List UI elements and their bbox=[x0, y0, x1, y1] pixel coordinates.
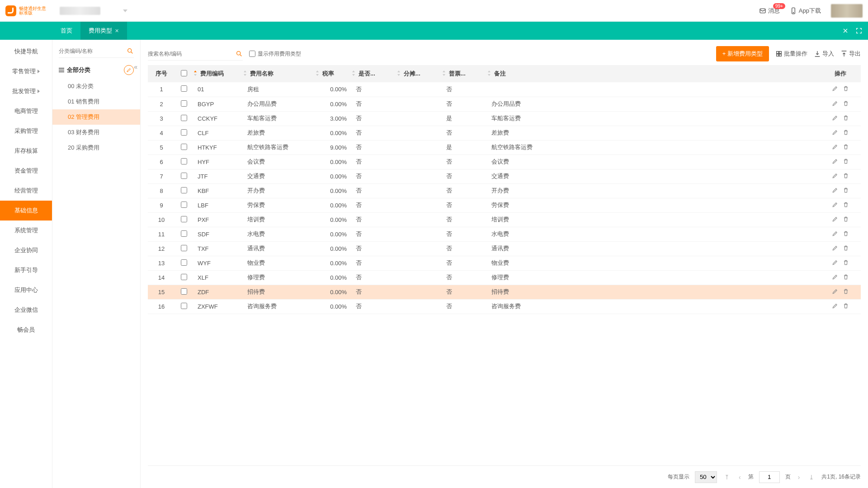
delete-row-button[interactable] bbox=[843, 216, 849, 224]
table-row[interactable]: 11SDF水电费0.00%否否水电费 bbox=[148, 227, 861, 241]
category-item[interactable]: 20 采购费用 bbox=[52, 140, 140, 155]
row-checkbox[interactable] bbox=[181, 216, 187, 222]
company-selector[interactable] bbox=[60, 7, 127, 15]
row-checkbox[interactable] bbox=[181, 187, 187, 193]
last-page-button[interactable]: ⤓ bbox=[807, 474, 816, 481]
close-all-icon[interactable] bbox=[842, 27, 849, 34]
show-disabled-input[interactable] bbox=[249, 51, 255, 57]
delete-row-button[interactable] bbox=[843, 85, 849, 93]
row-checkbox[interactable] bbox=[181, 144, 187, 150]
edit-row-button[interactable] bbox=[832, 85, 838, 93]
sidemenu-item[interactable]: 新手引导 bbox=[0, 260, 52, 280]
edit-row-button[interactable] bbox=[832, 288, 838, 296]
delete-row-button[interactable] bbox=[843, 288, 849, 296]
collapse-panel-button[interactable]: « bbox=[134, 63, 137, 70]
table-row[interactable]: 4CLF差旅费0.00%否否差旅费 bbox=[148, 126, 861, 140]
row-checkbox[interactable] bbox=[181, 303, 187, 309]
edit-row-button[interactable] bbox=[832, 202, 838, 209]
tab[interactable]: 费用类型✕ bbox=[80, 22, 127, 40]
per-page-select[interactable]: 50 bbox=[695, 471, 717, 483]
delete-row-button[interactable] bbox=[843, 173, 849, 180]
table-row[interactable]: 14XLF修理费0.00%否否修理费 bbox=[148, 270, 861, 285]
delete-row-button[interactable] bbox=[843, 129, 849, 137]
batch-ops-button[interactable]: 批量操作 bbox=[775, 50, 807, 58]
edit-row-button[interactable] bbox=[832, 115, 838, 122]
tab-close-icon[interactable]: ✕ bbox=[115, 28, 119, 34]
category-item[interactable]: 00 未分类 bbox=[52, 79, 140, 94]
row-checkbox[interactable] bbox=[181, 129, 187, 136]
row-checkbox[interactable] bbox=[181, 274, 187, 280]
col-name[interactable]: 费用名称 bbox=[243, 65, 315, 82]
export-button[interactable]: 导出 bbox=[840, 50, 861, 58]
col-code[interactable]: 费用编码 bbox=[193, 65, 243, 82]
delete-row-button[interactable] bbox=[843, 303, 849, 310]
row-checkbox[interactable] bbox=[181, 230, 187, 237]
category-search-input[interactable] bbox=[59, 48, 127, 54]
user-avatar-redacted[interactable] bbox=[831, 4, 863, 18]
row-checkbox[interactable] bbox=[181, 100, 187, 107]
search-icon[interactable] bbox=[236, 50, 243, 57]
sidemenu-item[interactable]: 企业协同 bbox=[0, 240, 52, 260]
edit-row-button[interactable] bbox=[832, 245, 838, 253]
category-item[interactable]: 03 财务费用 bbox=[52, 125, 140, 140]
first-page-button[interactable]: ⤒ bbox=[722, 474, 731, 481]
table-row[interactable]: 13WYF物业费0.00%否否物业费 bbox=[148, 256, 861, 270]
table-row[interactable]: 12TXF通讯费0.00%否否通讯费 bbox=[148, 241, 861, 256]
edit-row-button[interactable] bbox=[832, 274, 838, 282]
search-icon[interactable] bbox=[127, 47, 134, 55]
table-row[interactable]: 10PXF培训费0.00%否否培训费 bbox=[148, 212, 861, 227]
show-disabled-checkbox[interactable]: 显示停用费用类型 bbox=[249, 50, 301, 58]
edit-row-button[interactable] bbox=[832, 216, 838, 224]
sidemenu-item[interactable]: 快捷导航 bbox=[0, 42, 52, 61]
edit-row-button[interactable] bbox=[832, 187, 838, 195]
table-row[interactable]: 2BGYP办公用品费0.00%否否办公用品费 bbox=[148, 97, 861, 111]
table-row[interactable]: 3CCKYF车船客运费3.00%否是车船客运费 bbox=[148, 111, 861, 126]
edit-row-button[interactable] bbox=[832, 173, 838, 180]
sidemenu-item[interactable]: 系统管理 bbox=[0, 221, 52, 240]
col-rate[interactable]: 税率 bbox=[315, 65, 351, 82]
table-row[interactable]: 15ZDF招待费0.00%否否招待费 bbox=[148, 285, 861, 299]
select-all-checkbox[interactable] bbox=[181, 70, 187, 76]
sidemenu-item[interactable]: 库存核算 bbox=[0, 141, 52, 161]
delete-row-button[interactable] bbox=[843, 202, 849, 209]
delete-row-button[interactable] bbox=[843, 158, 849, 166]
edit-row-button[interactable] bbox=[832, 129, 838, 137]
edit-row-button[interactable] bbox=[832, 158, 838, 166]
col-share[interactable]: 分摊... bbox=[396, 65, 442, 82]
delete-row-button[interactable] bbox=[843, 245, 849, 253]
table-row[interactable]: 7JTF交通费0.00%否否交通费 bbox=[148, 169, 861, 183]
prev-page-button[interactable]: ‹ bbox=[737, 474, 743, 481]
table-row[interactable]: 9LBF劳保费0.00%否否劳保费 bbox=[148, 198, 861, 212]
row-checkbox[interactable] bbox=[181, 245, 187, 251]
row-checkbox[interactable] bbox=[181, 158, 187, 164]
edit-categories-button[interactable] bbox=[124, 65, 134, 75]
col-ticket[interactable]: 普票... bbox=[442, 65, 487, 82]
sidemenu-item[interactable]: 经营管理 bbox=[0, 181, 52, 201]
new-fee-type-button[interactable]: + 新增费用类型 bbox=[716, 46, 769, 61]
table-row[interactable]: 16ZXFWF咨询服务费0.00%否否咨询服务费 bbox=[148, 299, 861, 314]
delete-row-button[interactable] bbox=[843, 274, 849, 282]
tab[interactable]: 首页 bbox=[52, 22, 80, 40]
delete-row-button[interactable] bbox=[843, 144, 849, 151]
row-checkbox[interactable] bbox=[181, 202, 187, 208]
col-is[interactable]: 是否... bbox=[351, 65, 396, 82]
row-checkbox[interactable] bbox=[181, 259, 187, 266]
sidemenu-item[interactable]: 基础信息 bbox=[0, 201, 52, 221]
fullscreen-icon[interactable] bbox=[855, 27, 863, 34]
sidemenu-item[interactable]: 零售管理 bbox=[0, 61, 52, 81]
sidemenu-item[interactable]: 畅会员 bbox=[0, 320, 52, 340]
sidemenu-item[interactable]: 应用中心 bbox=[0, 280, 52, 300]
edit-row-button[interactable] bbox=[832, 303, 838, 310]
row-checkbox[interactable] bbox=[181, 85, 187, 92]
category-item[interactable]: 01 销售费用 bbox=[52, 94, 140, 109]
row-checkbox[interactable] bbox=[181, 115, 187, 121]
table-row[interactable]: 5HTKYF航空铁路客运费9.00%否是航空铁路客运费 bbox=[148, 140, 861, 155]
delete-row-button[interactable] bbox=[843, 100, 849, 108]
next-page-button[interactable]: › bbox=[796, 474, 802, 481]
category-item[interactable]: 02 管理费用 bbox=[52, 109, 140, 125]
delete-row-button[interactable] bbox=[843, 187, 849, 195]
delete-row-button[interactable] bbox=[843, 230, 849, 238]
col-remark[interactable]: 备注 bbox=[487, 65, 820, 82]
page-input[interactable] bbox=[759, 471, 780, 483]
row-checkbox[interactable] bbox=[181, 173, 187, 179]
